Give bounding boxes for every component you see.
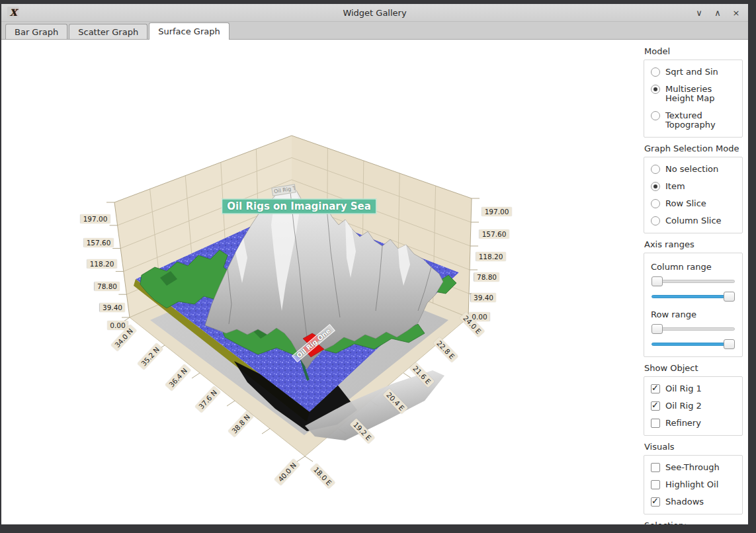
slider-track-filled[interactable] <box>651 343 735 346</box>
show-object-groupbox: Oil Rig 1 Oil Rig 2 Refinery <box>644 376 743 436</box>
elevation-tick-left: 118.20 <box>87 259 117 268</box>
radio-column-slice[interactable]: Column Slice <box>651 216 735 226</box>
radio-icon <box>651 199 660 208</box>
checkbox-shadows[interactable]: Shadows <box>651 497 735 507</box>
elevation-tick-right: 78.80 <box>474 272 499 282</box>
visuals-groupbox: See-Through Highlight Oil Shadows <box>644 455 743 514</box>
column-range-min-slider[interactable] <box>651 276 735 286</box>
radio-multiseries-height-map[interactable]: Multiseries Height Map <box>651 85 735 103</box>
titlebar[interactable]: X Widget Gallery ∨ ∧ × <box>1 4 748 22</box>
desktop-background: X Widget Gallery ∨ ∧ × Bar Graph Scatter… <box>0 0 756 533</box>
checkbox-checked-icon <box>651 401 660 411</box>
close-button[interactable]: × <box>731 8 741 18</box>
radio-textured-topography[interactable]: Textured Topography <box>651 111 735 130</box>
elevation-tick-right: 157.60 <box>480 229 509 239</box>
checkbox-checked-icon <box>651 497 660 507</box>
elevation-tick-left: 39.40 <box>100 303 125 312</box>
radio-selected-icon <box>651 85 660 94</box>
surface-graph-page: 197.00 157.60 118.20 78.80 39.40 0.00 19… <box>1 40 748 524</box>
selection-mode-groupbox: No selection Item Row Slice Column Slice <box>644 157 743 233</box>
radio-row-slice[interactable]: Row Slice <box>651 199 735 208</box>
plot-title-banner: Oil Rigs on Imaginary Sea <box>222 199 376 214</box>
checkbox-highlight-oil[interactable]: Highlight Oil <box>651 480 735 489</box>
selection-mode-section-title: Graph Selection Mode <box>644 144 743 153</box>
slider-track[interactable] <box>651 327 735 331</box>
radio-no-selection[interactable]: No selection <box>651 165 735 174</box>
axis-ranges-groupbox: Column range Row range <box>644 253 743 357</box>
checkbox-refinery[interactable]: Refinery <box>651 419 735 428</box>
checkbox-icon <box>651 419 660 428</box>
elevation-tick-right: 39.40 <box>471 293 496 302</box>
show-object-section-title: Show Object <box>644 363 743 373</box>
control-panel: Model Sqrt and Sin Multiseries Height Ma… <box>639 40 748 524</box>
model-section-title: Model <box>644 46 743 56</box>
radio-selected-icon <box>651 182 660 191</box>
slider-handle[interactable] <box>651 324 663 334</box>
radio-icon <box>651 165 660 174</box>
surface-plot[interactable]: 197.00 157.60 118.20 78.80 39.40 0.00 19… <box>1 40 639 524</box>
slider-handle[interactable] <box>724 339 735 349</box>
visuals-section-title: Visuals <box>644 442 743 452</box>
slider-track-filled[interactable] <box>651 295 735 298</box>
elevation-tick-left: 157.60 <box>84 238 114 247</box>
checkbox-icon <box>651 480 660 489</box>
slider-handle[interactable] <box>651 276 663 286</box>
radio-sqrt-and-sin[interactable]: Sqrt and Sin <box>651 67 735 77</box>
radio-icon <box>651 67 660 77</box>
tab-surface-graph[interactable]: Surface Graph <box>149 22 230 40</box>
elevation-tick-left: 78.80 <box>95 282 120 291</box>
checkbox-oil-rig-2[interactable]: Oil Rig 2 <box>651 401 735 411</box>
checkbox-see-through[interactable]: See-Through <box>651 463 735 472</box>
row-range-max-slider[interactable] <box>651 339 735 349</box>
checkbox-icon <box>651 463 660 472</box>
elevation-tick-left: 197.00 <box>81 214 110 224</box>
elevation-tick-right: 118.20 <box>476 252 506 261</box>
widget-gallery-window: X Widget Gallery ∨ ∧ × Bar Graph Scatter… <box>1 4 748 524</box>
checkbox-checked-icon <box>651 384 660 393</box>
axis-ranges-section-title: Axis ranges <box>644 239 743 249</box>
radio-icon <box>651 216 660 226</box>
tab-bar-graph[interactable]: Bar Graph <box>5 24 67 39</box>
row-range-min-slider[interactable] <box>651 324 735 334</box>
model-groupbox: Sqrt and Sin Multiseries Height Map Text… <box>644 60 743 138</box>
window-buttons: ∨ ∧ × <box>694 4 741 22</box>
slider-track[interactable] <box>651 280 735 283</box>
elevation-tick-right: 197.00 <box>482 207 512 216</box>
selection-label: Selection: <box>644 520 743 524</box>
maximize-button[interactable]: ∧ <box>712 8 723 18</box>
column-range-max-slider[interactable] <box>651 292 735 302</box>
checkbox-oil-rig-1[interactable]: Oil Rig 1 <box>651 384 735 393</box>
window-title: Widget Gallery <box>343 8 406 18</box>
app-icon: X <box>7 7 19 19</box>
tab-scatter-graph[interactable]: Scatter Graph <box>69 24 147 39</box>
tab-bar: Bar Graph Scatter Graph Surface Graph <box>1 22 748 40</box>
radio-item[interactable]: Item <box>651 182 735 191</box>
column-range-label: Column range <box>651 262 735 272</box>
slider-handle[interactable] <box>724 292 735 302</box>
row-range-label: Row range <box>651 309 735 319</box>
radio-icon <box>651 111 660 120</box>
minimize-button[interactable]: ∨ <box>694 8 704 18</box>
